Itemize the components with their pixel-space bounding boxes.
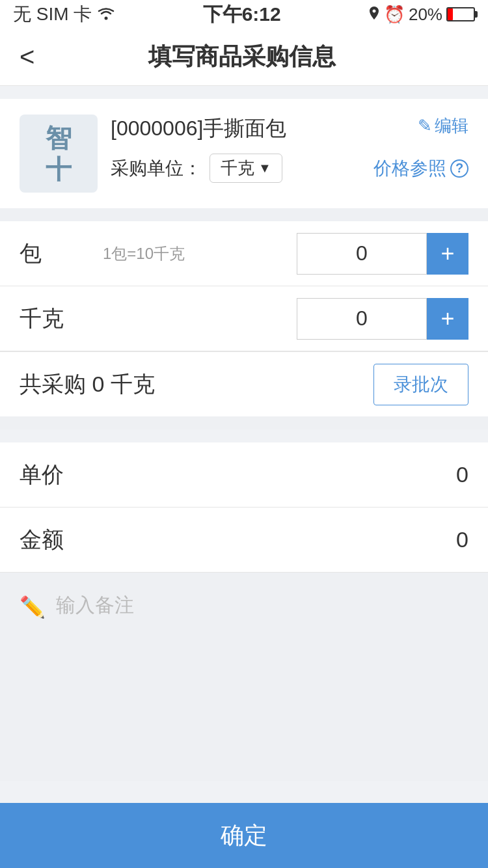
notes-section[interactable]: ✏️ 输入备注 — [0, 573, 488, 781]
kg-input-control: + — [297, 298, 468, 340]
unit-price-value: 0 — [456, 462, 468, 487]
bao-input[interactable] — [297, 233, 427, 275]
kg-input[interactable] — [297, 298, 427, 340]
notes-placeholder: 输入备注 — [56, 592, 134, 619]
edit-icon: ✎ — [418, 116, 432, 136]
unit-prefix-label: 采购单位： — [111, 156, 202, 181]
product-card: 智 十 [0000006]手撕面包 ✎ 编辑 采购单位： 千克 ▼ 价格参照 ? — [0, 99, 488, 208]
unit-price-label: 单价 — [20, 460, 456, 490]
unit-value: 千克 — [221, 157, 254, 180]
info-section: 单价 0 金额 0 — [0, 442, 488, 573]
wifi-icon — [97, 4, 115, 25]
battery-percent: 20% — [409, 5, 442, 25]
signal-text: 无 SIM 卡 — [13, 2, 92, 27]
bao-input-control: + — [297, 233, 468, 275]
unit-price-row: 单价 0 — [0, 442, 488, 508]
location-icon — [368, 5, 380, 25]
kg-row: 千克 + — [0, 286, 488, 351]
amount-label: 金额 — [20, 525, 456, 555]
product-name: [0000006]手撕面包 — [111, 115, 286, 143]
input-section: 包 1包=10千克 + 千克 + — [0, 221, 488, 351]
alarm-icon: ⏰ — [384, 5, 405, 25]
svg-point-0 — [105, 17, 108, 20]
amount-row: 金额 0 — [0, 508, 488, 573]
price-ref-button[interactable]: 价格参照 ? — [373, 156, 468, 181]
bao-label: 包 — [20, 239, 98, 269]
summary-text: 共采购 0 千克 — [20, 370, 373, 400]
help-icon: ? — [450, 159, 468, 178]
confirm-button[interactable]: 确定 — [0, 803, 488, 868]
back-button[interactable]: < — [20, 42, 34, 72]
batch-button[interactable]: 录批次 — [373, 364, 468, 405]
edit-button[interactable]: ✎ 编辑 — [418, 115, 468, 137]
product-info: [0000006]手撕面包 ✎ 编辑 采购单位： 千克 ▼ 价格参照 ? — [111, 115, 468, 183]
page-title: 填写商品采购信息 — [47, 41, 436, 73]
unit-select[interactable]: 千克 ▼ — [210, 154, 282, 183]
price-ref-label: 价格参照 — [373, 156, 446, 181]
status-bar: 无 SIM 卡 下午6:12 ⏰ 20% — [0, 0, 488, 29]
amount-value: 0 — [456, 527, 468, 552]
status-right: ⏰ 20% — [368, 5, 475, 25]
bao-row: 包 1包=10千克 + — [0, 221, 488, 286]
kg-plus-button[interactable]: + — [427, 298, 468, 340]
status-left: 无 SIM 卡 — [13, 2, 115, 27]
kg-label: 千克 — [20, 304, 98, 334]
product-image: 智 十 — [20, 115, 98, 193]
summary-row: 共采购 0 千克 录批次 — [0, 351, 488, 416]
section-divider-1 — [0, 208, 488, 221]
dropdown-icon: ▼ — [258, 161, 271, 176]
pencil-icon: ✏️ — [20, 595, 46, 619]
bao-sublabel: 1包=10千克 — [103, 243, 297, 264]
status-time: 下午6:12 — [203, 1, 281, 28]
bao-plus-button[interactable]: + — [427, 233, 468, 275]
section-divider-2 — [0, 416, 488, 429]
product-logo: 智 十 — [46, 122, 72, 185]
battery-icon — [446, 7, 475, 21]
nav-bar: < 填写商品采购信息 — [0, 29, 488, 86]
